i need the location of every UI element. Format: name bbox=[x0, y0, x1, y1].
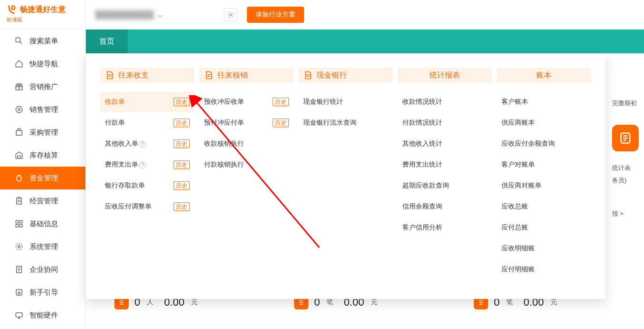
mega-item-label: 预收冲应收单 bbox=[204, 98, 244, 106]
svg-point-11 bbox=[16, 243, 22, 250]
mega-column-header: 往来收支 bbox=[100, 68, 194, 83]
sidebar-item-5[interactable]: 库存核算 bbox=[0, 144, 85, 167]
history-tag[interactable]: 历史 bbox=[273, 98, 289, 106]
history-tag[interactable]: 历史 bbox=[174, 160, 190, 169]
mega-item[interactable]: 现金银行流水查询 bbox=[298, 112, 393, 133]
sidebar-item-label: 智能硬件 bbox=[30, 311, 58, 320]
mega-item[interactable]: 客户对账单 bbox=[497, 154, 591, 175]
right-hint-1: 完善期初 bbox=[608, 96, 644, 110]
mega-item[interactable]: 应收应付余额查询 bbox=[497, 133, 591, 154]
mega-item[interactable]: 客户账本 bbox=[497, 91, 591, 112]
sidebar-item-6[interactable]: 资金管理 bbox=[0, 167, 85, 189]
brand-header: 畅捷通好生意 标准版 bbox=[0, 0, 85, 30]
mega-item[interactable]: 银行存取款单历史 bbox=[100, 175, 194, 196]
mega-item[interactable]: 供应商对账单 bbox=[497, 175, 591, 196]
sidebar-item-12[interactable]: 智能硬件 bbox=[0, 304, 85, 327]
mega-item[interactable]: 付款单历史 bbox=[100, 112, 194, 133]
mega-item[interactable]: 应付总账 bbox=[497, 217, 591, 238]
mega-item-label: 付款单 bbox=[105, 119, 125, 127]
svg-rect-7 bbox=[16, 220, 18, 223]
floating-action-icon[interactable] bbox=[612, 125, 639, 151]
help-icon[interactable]: ? bbox=[139, 141, 146, 148]
mega-column-4: 账本客户账本供应商账本应收应付余额查询客户对账单供应商对账单应收总账应付总账应收… bbox=[497, 68, 591, 280]
mega-item-label: 付款核销执行 bbox=[204, 160, 244, 169]
history-tag[interactable]: 历史 bbox=[174, 140, 190, 148]
sidebar-item-8[interactable]: 基础信息 bbox=[0, 212, 85, 235]
mega-item[interactable]: 客户信用分析 bbox=[398, 217, 492, 238]
sidebar-item-label: 销售管理 bbox=[30, 105, 58, 114]
mega-item-label: 其他收入统计 bbox=[402, 140, 442, 148]
history-tag[interactable]: 历史 bbox=[174, 181, 190, 190]
mega-item-label: 收款单 bbox=[105, 98, 125, 106]
mega-item[interactable]: 其他收入统计 bbox=[398, 133, 492, 154]
mega-item[interactable]: 应收总账 bbox=[497, 196, 591, 217]
sidebar-item-label: 新手引导 bbox=[30, 288, 58, 297]
sidebar-item-4[interactable]: 采购管理 bbox=[0, 121, 85, 144]
mega-item-label: 客户对账单 bbox=[501, 160, 535, 169]
sidebar-item-11[interactable]: 新手引导 bbox=[0, 281, 85, 304]
sidebar-item-10[interactable]: 企业协同 bbox=[0, 258, 85, 281]
mega-column-title: 统计报表 bbox=[429, 70, 460, 80]
svg-rect-15 bbox=[16, 313, 22, 317]
mega-item-label: 收款情况统计 bbox=[402, 98, 442, 106]
help-icon[interactable]: ? bbox=[139, 162, 146, 169]
history-tag[interactable]: 历史 bbox=[174, 202, 190, 211]
mega-item[interactable]: 收款情况统计 bbox=[398, 91, 492, 112]
mega-item[interactable]: 收款单历史 bbox=[100, 91, 194, 112]
sidebar-item-3[interactable]: 销售管理 bbox=[0, 98, 85, 121]
svg-rect-8 bbox=[20, 220, 22, 223]
money-bag-icon bbox=[14, 173, 24, 183]
sidebar-item-2[interactable]: 营销推广 bbox=[0, 75, 85, 98]
mega-item[interactable]: 应付明细账 bbox=[497, 259, 591, 280]
sidebar-item-label: 搜索菜单 bbox=[30, 37, 58, 46]
svg-rect-5 bbox=[16, 130, 22, 135]
mega-item[interactable]: 费用支出统计 bbox=[398, 154, 492, 175]
mega-item[interactable]: 其他收入单?历史 bbox=[100, 133, 194, 154]
note-icon bbox=[14, 265, 24, 274]
sidebar-item-0[interactable]: 搜索菜单 bbox=[0, 30, 85, 52]
doc-icon bbox=[303, 70, 313, 80]
mega-item[interactable]: 费用支出单?历史 bbox=[100, 154, 194, 175]
sidebar-item-label: 系统管理 bbox=[30, 242, 58, 251]
mega-item[interactable]: 信用余额查询 bbox=[398, 196, 492, 217]
mega-item[interactable]: 应收明细账 bbox=[497, 238, 591, 259]
mega-item[interactable]: 现金银行统计 bbox=[298, 91, 393, 112]
stat-value-unit: 元 bbox=[191, 298, 198, 307]
sidebar-item-7[interactable]: 经营管理 bbox=[0, 189, 85, 212]
history-tag[interactable]: 历史 bbox=[174, 98, 190, 106]
mega-item[interactable]: 应收应付调整单历史 bbox=[100, 196, 194, 217]
brand-edition: 标准版 bbox=[7, 16, 80, 23]
stat-count-unit: 笔 bbox=[506, 298, 513, 307]
mega-item[interactable]: 付款核销执行 bbox=[199, 154, 294, 175]
mega-item[interactable]: 预付冲应付单历史 bbox=[199, 112, 294, 133]
mega-item-label: 现金银行统计 bbox=[303, 98, 343, 106]
mega-item-label: 应收明细账 bbox=[501, 244, 535, 253]
mega-item[interactable]: 超期应收款查询 bbox=[398, 175, 492, 196]
mega-column-title: 往来收支 bbox=[118, 70, 149, 80]
cart-icon bbox=[14, 128, 24, 137]
tab-home[interactable]: 首页 bbox=[86, 30, 128, 53]
org-selector[interactable]: ██████████ ⌵ bbox=[95, 10, 219, 19]
gift-icon bbox=[14, 82, 24, 91]
mega-item[interactable]: 付款情况统计 bbox=[398, 112, 492, 133]
cta-button[interactable]: 体验行业方案 bbox=[247, 7, 304, 23]
svg-point-0 bbox=[11, 6, 15, 10]
mega-menu: 往来收支收款单历史付款单历史其他收入单?历史费用支出单?历史银行存取款单历史应收… bbox=[86, 53, 605, 299]
history-tag[interactable]: 历史 bbox=[273, 119, 289, 127]
home-icon bbox=[14, 59, 24, 69]
sidebar-item-9[interactable]: 系统管理 bbox=[0, 235, 85, 258]
right-hint-3[interactable]: 报 > bbox=[608, 207, 644, 221]
topbar: ██████████ ⌵ 体验行业方案 bbox=[86, 0, 644, 30]
mega-item[interactable]: 供应商账本 bbox=[497, 112, 591, 133]
sidebar-item-label: 采购管理 bbox=[30, 128, 58, 137]
history-tag[interactable]: 历史 bbox=[174, 119, 190, 127]
tag-icon bbox=[14, 105, 24, 114]
mega-item-label: 供应商账本 bbox=[501, 119, 535, 127]
doc-icon bbox=[204, 70, 214, 80]
sidebar-item-1[interactable]: 快捷导航 bbox=[0, 52, 85, 75]
mega-item-label: 预付冲应付单 bbox=[204, 119, 244, 127]
sidebar-item-label: 营销推广 bbox=[30, 82, 58, 91]
mega-item[interactable]: 收款核销执行 bbox=[199, 133, 294, 154]
settings-button[interactable] bbox=[224, 8, 237, 21]
mega-item[interactable]: 预收冲应收单历史 bbox=[199, 91, 294, 112]
